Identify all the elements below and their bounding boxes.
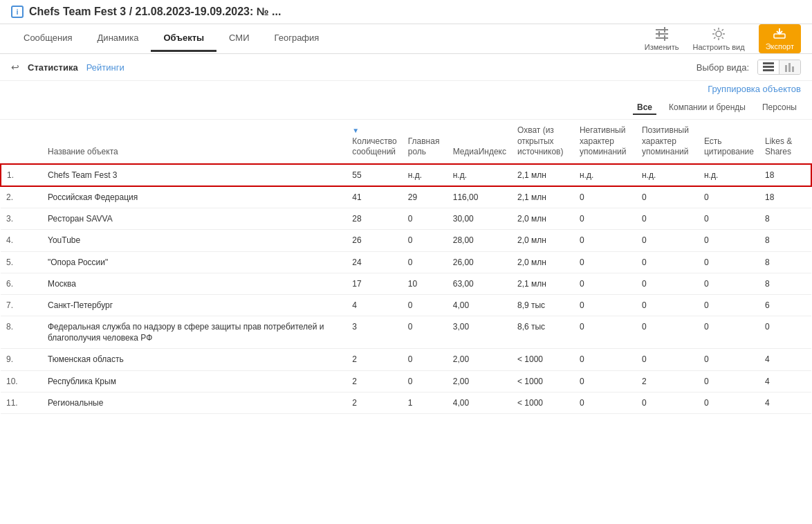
tab-messages[interactable]: Сообщения — [11, 26, 85, 52]
table-row[interactable]: 11.Региональные214,00< 10000004 — [1, 392, 811, 413]
ratings-link[interactable]: Рейтинги — [86, 62, 124, 73]
filter-persons[interactable]: Персоны — [758, 101, 801, 115]
table-row[interactable]: 7.Санкт-Петербург404,008,9 тыс0006 — [1, 294, 811, 316]
statistics-link[interactable]: Статистика — [28, 62, 78, 73]
cell-media_index: 26,00 — [447, 251, 512, 273]
cell-neg: 0 — [574, 392, 636, 413]
table-row[interactable]: 6.Москва171063,002,1 млн0008 — [1, 273, 811, 294]
cell-pos: 0 — [636, 349, 699, 370]
table-row[interactable]: 4.YouTube26028,002,0 млн0008 — [1, 230, 811, 251]
cell-count: 41 — [347, 186, 402, 208]
cell-citation: 0 — [699, 230, 759, 251]
cell-count: 3 — [347, 316, 402, 349]
cell-num: 7. — [1, 294, 42, 316]
cell-name: Федеральная служба по надзору в сфере за… — [42, 316, 347, 349]
cell-neg: н.д. — [574, 164, 636, 186]
cell-pos: 2 — [636, 370, 699, 392]
cell-name: YouTube — [42, 230, 347, 251]
table-row[interactable]: 9.Тюменская область202,00< 10000004 — [1, 349, 811, 370]
cell-name: Российская Федерация — [42, 186, 347, 208]
cell-media_index: 4,00 — [447, 392, 512, 413]
cell-citation: н.д. — [699, 164, 759, 186]
cell-media_index: н.д. — [447, 164, 512, 186]
cell-pos: 0 — [636, 251, 699, 273]
cell-citation: 0 — [699, 392, 759, 413]
cell-num: 1. — [1, 164, 42, 186]
cell-citation: 0 — [699, 294, 759, 316]
export-button[interactable]: Экспорт — [759, 24, 801, 53]
svg-rect-10 — [763, 69, 774, 71]
cell-likes: 0 — [759, 316, 811, 349]
cell-reach: 2,0 млн — [512, 251, 574, 273]
view-table-button[interactable] — [758, 60, 779, 74]
cell-media_index: 3,00 — [447, 316, 512, 349]
cell-neg: 0 — [574, 316, 636, 349]
change-icon — [654, 26, 670, 42]
table-row[interactable]: 2.Российская Федерация4129116,002,1 млн0… — [1, 186, 811, 208]
cell-count: 2 — [347, 370, 402, 392]
cell-count: 2 — [347, 349, 402, 370]
sort-icon: ▼ — [352, 126, 359, 135]
page-header: i Chefs Team Fest 3 / 21.08.2023-19.09.2… — [0, 0, 812, 24]
table-row[interactable]: 10.Республика Крым202,00< 10000204 — [1, 370, 811, 392]
cell-likes: 8 — [759, 208, 811, 230]
col-header-count[interactable]: ▼ Количество сообщений — [347, 120, 402, 164]
cell-pos: 0 — [636, 273, 699, 294]
tab-dynamics[interactable]: Динамика — [85, 26, 151, 52]
cell-num: 10. — [1, 370, 42, 392]
table-container[interactable]: Название объекта ▼ Количество сообщений … — [0, 120, 812, 414]
cell-likes: 4 — [759, 370, 811, 392]
tab-geography[interactable]: География — [262, 26, 332, 52]
cell-media_index: 116,00 — [447, 186, 512, 208]
cell-likes: 8 — [759, 251, 811, 273]
cell-likes: 6 — [759, 294, 811, 316]
filter-row: Все Компании и бренды Персоны — [0, 97, 812, 120]
cell-role: 0 — [403, 230, 447, 251]
cell-pos: 0 — [636, 208, 699, 230]
cell-media_index: 63,00 — [447, 273, 512, 294]
cell-reach: 2,0 млн — [512, 230, 574, 251]
cell-pos: 0 — [636, 294, 699, 316]
col-header-role: Главная роль — [403, 120, 447, 164]
cell-pos: 0 — [636, 392, 699, 413]
col-header-name: Название объекта — [42, 120, 347, 164]
cell-role: н.д. — [403, 164, 447, 186]
back-icon[interactable]: ↩ — [11, 62, 19, 73]
tabs: Сообщения Динамика Объекты СМИ География — [11, 26, 331, 52]
cell-name: Тюменская область — [42, 349, 347, 370]
settings-button[interactable]: Настроить вид — [692, 26, 744, 51]
export-icon — [773, 27, 786, 41]
view-chart-button[interactable] — [779, 60, 800, 74]
tab-objects[interactable]: Объекты — [151, 26, 216, 52]
cell-num: 3. — [1, 208, 42, 230]
table-row[interactable]: 5."Опора России"24026,002,0 млн0008 — [1, 251, 811, 273]
cell-name: Республика Крым — [42, 370, 347, 392]
cell-media_index: 4,00 — [447, 294, 512, 316]
cell-role: 0 — [403, 316, 447, 349]
filter-companies[interactable]: Компании и бренды — [665, 101, 750, 115]
cell-reach: < 1000 — [512, 349, 574, 370]
cell-count: 4 — [347, 294, 402, 316]
cell-role: 1 — [403, 392, 447, 413]
table-row[interactable]: 1.Chefs Team Fest 355н.д.н.д.2,1 млнн.д.… — [1, 164, 811, 186]
cell-name: Санкт-Петербург — [42, 294, 347, 316]
cell-likes: 18 — [759, 186, 811, 208]
cell-likes: 4 — [759, 392, 811, 413]
cell-citation: 0 — [699, 370, 759, 392]
cell-role: 0 — [403, 294, 447, 316]
filter-all[interactable]: Все — [633, 101, 656, 115]
grouping-link[interactable]: Группировка объектов — [708, 84, 801, 94]
table-row[interactable]: 3.Ресторан SAVVA28030,002,0 млн0008 — [1, 208, 811, 230]
tab-media[interactable]: СМИ — [216, 26, 261, 52]
svg-rect-3 — [664, 27, 665, 33]
view-toggle — [757, 60, 801, 75]
cell-neg: 0 — [574, 208, 636, 230]
cell-reach: 2,1 млн — [512, 273, 574, 294]
col-header-media: МедиаИндекс — [447, 120, 512, 164]
table-row[interactable]: 8.Федеральная служба по надзору в сфере … — [1, 316, 811, 349]
cell-reach: 2,1 млн — [512, 186, 574, 208]
cell-likes: 8 — [759, 230, 811, 251]
change-button[interactable]: Изменить — [645, 26, 679, 51]
cell-neg: 0 — [574, 370, 636, 392]
cell-num: 6. — [1, 273, 42, 294]
